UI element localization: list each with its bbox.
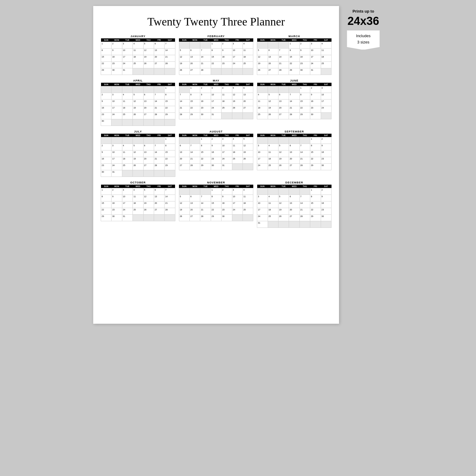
cal-day: 15 <box>165 100 175 106</box>
cal-day: 23 <box>112 208 122 215</box>
cal-day: 26 <box>143 208 154 215</box>
cal-day: 30 <box>101 170 112 177</box>
cal-day: 28 <box>200 68 211 75</box>
cal-day: 11 <box>268 150 278 157</box>
cal-day: 8 <box>200 144 211 150</box>
cal-day: 20 <box>289 208 299 215</box>
day-header: WED <box>289 185 299 188</box>
cal-day: 17 <box>232 55 242 62</box>
cal-day: 15 <box>289 55 299 62</box>
cal-day <box>154 119 164 126</box>
cal-day: 18 <box>232 150 242 157</box>
cal-day: 2 <box>112 188 122 195</box>
day-header: THU <box>299 83 310 86</box>
cal-day: 11 <box>133 195 143 201</box>
cal-day: 21 <box>278 62 289 68</box>
cal-day: 15 <box>101 55 112 62</box>
cal-day: 6 <box>289 195 299 201</box>
cal-day: 5 <box>179 195 189 201</box>
cal-day: 30 <box>200 113 211 119</box>
cal-day: 15 <box>299 100 310 106</box>
cal-day: 24 <box>112 164 122 170</box>
cal-day: 18 <box>268 157 278 164</box>
cal-day: 13 <box>190 55 200 62</box>
day-header: WED <box>289 83 299 86</box>
cal-day: 26 <box>257 68 268 75</box>
day-header: SAT <box>165 83 175 86</box>
cal-day: 28 <box>299 215 310 221</box>
cal-day: 4 <box>257 93 268 100</box>
cal-day: 12 <box>278 201 289 208</box>
day-header: THU <box>299 185 310 188</box>
cal-day: 2 <box>222 42 232 49</box>
cal-day: 8 <box>190 93 200 100</box>
cal-day: 14 <box>154 150 164 157</box>
cal-day <box>143 119 154 126</box>
cal-day <box>190 137 200 144</box>
cal-day: 25 <box>268 215 278 221</box>
cal-day <box>112 137 122 144</box>
day-header: MON <box>190 134 200 137</box>
day-header: SAT <box>165 38 175 42</box>
cal-day <box>310 221 321 228</box>
cal-day: 24 <box>122 208 132 215</box>
cal-day: 15 <box>190 100 200 106</box>
day-header: TUE <box>200 134 211 137</box>
cal-day: 17 <box>112 157 122 164</box>
cal-day: 27 <box>190 68 200 75</box>
cal-day <box>268 137 278 144</box>
cal-day: 29 <box>310 164 321 170</box>
cal-day: 20 <box>143 106 154 113</box>
cal-day: 21 <box>165 55 175 62</box>
cal-day: 28 <box>190 164 200 170</box>
cal-day: 16 <box>321 150 331 157</box>
cal-day: 4 <box>268 144 278 150</box>
cal-day: 14 <box>299 150 310 157</box>
cal-day: 17 <box>222 150 232 157</box>
cal-day: 10 <box>112 150 122 157</box>
month-april: APRILSUNMONTUEWEDTHUFRISAT12345678910111… <box>101 79 175 126</box>
day-header: WED <box>211 38 221 42</box>
cal-day: 27 <box>278 113 289 119</box>
cal-day: 25 <box>122 164 132 170</box>
cal-day: 10 <box>310 49 321 55</box>
cal-day: 29 <box>299 113 310 119</box>
day-header: THU <box>222 83 232 86</box>
cal-day <box>222 113 232 119</box>
cal-day: 22 <box>101 208 112 215</box>
cal-day: 27 <box>242 106 253 113</box>
cal-day: 11 <box>242 195 253 201</box>
cal-day: 21 <box>190 157 200 164</box>
cal-day: 12 <box>232 93 242 100</box>
cal-day: 3 <box>112 144 122 150</box>
cal-day <box>232 215 242 221</box>
cal-day: 13 <box>154 195 164 201</box>
cal-day <box>133 86 143 93</box>
cal-day: 6 <box>143 144 154 150</box>
cal-day: 11 <box>321 49 331 55</box>
cal-day <box>179 42 189 49</box>
cal-day: 3 <box>122 42 132 49</box>
cal-day: 11 <box>133 49 143 55</box>
cal-day: 23 <box>321 157 331 164</box>
cal-day: 10 <box>222 144 232 150</box>
cal-day <box>289 137 299 144</box>
cal-day: 7 <box>154 144 164 150</box>
cal-day: 30 <box>112 215 122 221</box>
cal-day <box>257 42 268 49</box>
cal-day: 7 <box>200 49 211 55</box>
cal-day: 25 <box>242 62 253 68</box>
cal-day <box>165 119 175 126</box>
cal-day: 5 <box>242 137 253 144</box>
cal-day: 23 <box>222 62 232 68</box>
cal-day: 24 <box>122 62 132 68</box>
day-header: MON <box>190 83 200 86</box>
cal-day: 19 <box>179 208 189 215</box>
cal-day: 12 <box>133 150 143 157</box>
cal-day: 19 <box>133 106 143 113</box>
day-header: WED <box>289 134 299 137</box>
cal-day: 1 <box>101 188 112 195</box>
cal-day: 15 <box>200 150 211 157</box>
day-header: MON <box>112 185 122 188</box>
cal-day: 11 <box>122 100 132 106</box>
